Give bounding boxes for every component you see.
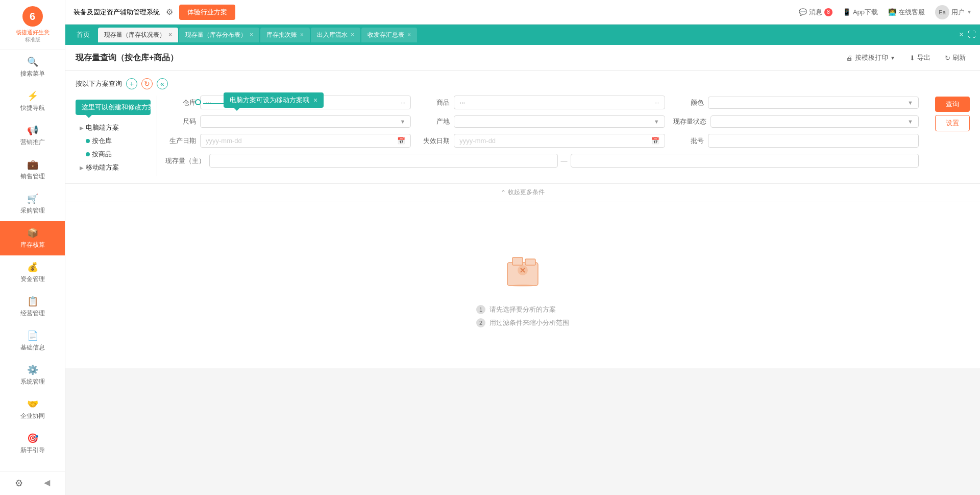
back-btn[interactable]: « bbox=[157, 78, 168, 89]
sidebar-item-quicknav[interactable]: ⚡ 快捷导航 bbox=[0, 84, 65, 119]
stock-main-max[interactable] bbox=[571, 154, 919, 168]
tab-batch-account[interactable]: 库存批次账 × bbox=[260, 28, 310, 42]
tab-inventory-dist[interactable]: 现存量（库存分布表） × bbox=[179, 28, 259, 42]
tabs-menu-icon[interactable]: × bbox=[959, 30, 964, 39]
sidebar-item-inventory[interactable]: 📦 库存核算 bbox=[0, 221, 65, 255]
size-label: 尺码 bbox=[165, 117, 196, 126]
goods-arrow: ··· bbox=[654, 100, 659, 106]
search-btn[interactable]: 查询 bbox=[935, 97, 970, 112]
filter-section: 按以下方案查询 + ↻ « 电脑方案可设为移动方案哦 × 这里 bbox=[65, 71, 980, 184]
sidebar-item-operations[interactable]: 📋 经营管理 bbox=[0, 290, 65, 324]
sidebar-bottom: ⚙ ◀ bbox=[0, 471, 65, 495]
tab-inventory-status-label: 现存量（库存状况表） bbox=[104, 31, 165, 39]
sidebar-item-search[interactable]: 🔍 搜索菜单 bbox=[0, 50, 65, 84]
logo-text: 畅捷通好生意 bbox=[16, 29, 50, 36]
tab-receive-send-close[interactable]: × bbox=[407, 31, 411, 38]
sidebar-item-newguide[interactable]: 🎯 新手引导 bbox=[0, 427, 65, 461]
tab-inventory-dist-label: 现存量（库存分布表） bbox=[185, 31, 247, 39]
tree-item-warehouse[interactable]: 按仓库 bbox=[76, 134, 151, 148]
refresh-scheme-btn[interactable]: ↻ bbox=[141, 78, 153, 89]
filter-row4: 现存量（主） — bbox=[165, 154, 919, 168]
stock-status-arrow: ▼ bbox=[908, 119, 913, 125]
stock-main-min[interactable] bbox=[209, 154, 558, 168]
tooltip2-text: 这里可以创建和修改方案哦 bbox=[82, 103, 161, 112]
connector-dot bbox=[195, 99, 201, 105]
collapse-btn[interactable]: ⌃ 收起更多条件 bbox=[501, 188, 545, 197]
tab-inout-flow-close[interactable]: × bbox=[351, 31, 354, 38]
topbar-left: 装备及固定资产辅助管理系统 ⚙ 体验行业方案 bbox=[74, 5, 235, 20]
sidebar-item-enterprise[interactable]: 🤝 企业协同 bbox=[0, 392, 65, 427]
sidebar-item-marketing[interactable]: 📢 营销推广 bbox=[0, 119, 65, 153]
settings-button[interactable]: ⚙ bbox=[15, 478, 23, 489]
svg-rect-1 bbox=[512, 257, 523, 265]
sidebar-item-marketing-label: 营销推广 bbox=[20, 138, 45, 147]
tab-batch-account-close[interactable]: × bbox=[300, 31, 304, 38]
filter-size: 尺码 ▼ bbox=[165, 115, 411, 128]
industry-btn[interactable]: 体验行业方案 bbox=[179, 5, 235, 20]
system-icon: ⚙️ bbox=[27, 364, 38, 375]
avatar-text: Ea bbox=[939, 9, 945, 15]
empty-tip2: 2 用过滤条件来缩小分析范围 bbox=[476, 318, 569, 327]
production-date-input[interactable]: yyyy-mm-dd 📅 bbox=[200, 134, 411, 148]
collapse-sidebar-button[interactable]: ◀ bbox=[44, 478, 50, 489]
reset-btn[interactable]: 设置 bbox=[935, 115, 970, 131]
message-btn[interactable]: 💬 消息 8 bbox=[799, 8, 832, 17]
refresh-btn[interactable]: ↻ 刷新 bbox=[941, 51, 970, 64]
tree-mobile-label: 移动端方案 bbox=[86, 163, 119, 172]
settings-gear-icon[interactable]: ⚙ bbox=[166, 7, 173, 17]
tab-receive-send-label: 收发存汇总表 bbox=[368, 31, 404, 39]
color-select[interactable]: ▼ bbox=[708, 97, 919, 109]
main-area: 装备及固定资产辅助管理系统 ⚙ 体验行业方案 💬 消息 8 📱 App下载 👨‍… bbox=[65, 0, 980, 495]
goods-select[interactable]: ··· ··· bbox=[454, 96, 665, 109]
tooltip1-close-btn[interactable]: × bbox=[313, 96, 317, 104]
add-scheme-btn[interactable]: + bbox=[126, 78, 137, 89]
production-date-calendar-icon[interactable]: 📅 bbox=[397, 137, 405, 145]
sidebar-item-finance[interactable]: 💰 资金管理 bbox=[0, 255, 65, 290]
stock-status-select[interactable]: ▼ bbox=[710, 115, 919, 128]
tree-item-goods[interactable]: 按商品 bbox=[76, 148, 151, 161]
sidebar-item-system[interactable]: ⚙️ 系统管理 bbox=[0, 358, 65, 392]
tree-dot-warehouse bbox=[86, 139, 90, 143]
tree-mobile-scheme[interactable]: ▶ 移动端方案 bbox=[76, 161, 151, 174]
page-title: 现存量查询（按仓库+商品） bbox=[76, 53, 178, 63]
size-arrow: ▼ bbox=[400, 119, 405, 125]
tab-receive-send[interactable]: 收发存汇总表 × bbox=[361, 28, 417, 42]
print-icon: 🖨 bbox=[846, 54, 853, 62]
print-template-btn[interactable]: 🖨 按模板打印 ▼ bbox=[842, 51, 899, 64]
operations-icon: 📋 bbox=[27, 296, 38, 307]
tab-inout-flow[interactable]: 出入库流水 × bbox=[311, 28, 360, 42]
sidebar-item-purchase[interactable]: 🛒 采购管理 bbox=[0, 187, 65, 221]
sidebar-item-finance-label: 资金管理 bbox=[20, 275, 45, 284]
tab-inventory-status[interactable]: 现存量（库存状况表） × bbox=[98, 28, 178, 42]
online-support-btn[interactable]: 👨‍💻 在线客服 bbox=[888, 8, 925, 17]
tab-inventory-status-close[interactable]: × bbox=[168, 31, 172, 38]
size-select[interactable]: ▼ bbox=[200, 115, 411, 128]
expiry-date-calendar-icon[interactable]: 📅 bbox=[651, 137, 659, 145]
finance-icon: 💰 bbox=[27, 262, 38, 273]
export-btn[interactable]: ⬇ 导出 bbox=[905, 51, 935, 64]
tip1-text: 请先选择要分析的方案 bbox=[489, 305, 556, 314]
batch-no-input[interactable] bbox=[708, 134, 919, 148]
tree-desktop-scheme[interactable]: ▶ 电脑端方案 bbox=[76, 121, 151, 134]
empty-illustration bbox=[497, 242, 548, 305]
sidebar-item-purchase-label: 采购管理 bbox=[20, 206, 45, 215]
filter-expiry-date: 失效日期 yyyy-mm-dd 📅 bbox=[419, 134, 665, 148]
tab-home[interactable]: 首页 bbox=[69, 27, 97, 42]
sidebar-item-sales[interactable]: 💼 销售管理 bbox=[0, 153, 65, 187]
user-profile[interactable]: Ea 用户 ▼ bbox=[935, 5, 972, 19]
expiry-date-input[interactable]: yyyy-mm-dd 📅 bbox=[454, 134, 665, 148]
tooltip2-close-btn[interactable]: × bbox=[165, 103, 169, 111]
sales-icon: 💼 bbox=[27, 159, 38, 170]
collapse-label: 收起更多条件 bbox=[508, 188, 545, 197]
sidebar-item-sales-label: 销售管理 bbox=[20, 172, 45, 181]
search-icon: 🔍 bbox=[27, 56, 38, 67]
fullscreen-icon[interactable]: ⛶ bbox=[968, 30, 976, 39]
origin-select[interactable]: ▼ bbox=[454, 115, 665, 128]
collapse-bar: ⌃ 收起更多条件 bbox=[65, 184, 980, 201]
sidebar-item-basicinfo[interactable]: 📄 基础信息 bbox=[0, 324, 65, 358]
tab-inventory-dist-close[interactable]: × bbox=[250, 31, 253, 38]
tree-warehouse-label: 按仓库 bbox=[92, 136, 112, 146]
filter-batch-no: 批号 bbox=[673, 134, 919, 148]
app-download-btn[interactable]: 📱 App下载 bbox=[843, 8, 878, 17]
topbar: 装备及固定资产辅助管理系统 ⚙ 体验行业方案 💬 消息 8 📱 App下载 👨‍… bbox=[65, 0, 980, 25]
